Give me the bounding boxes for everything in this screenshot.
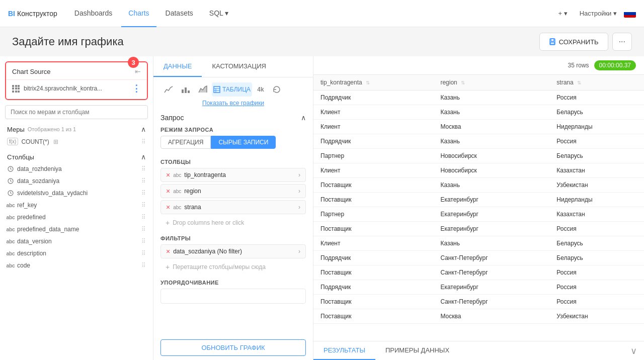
column-item[interactable]: abc code ⠿ [0, 259, 153, 272]
chart-area-icon[interactable] [195, 82, 211, 97]
query-section: Запрос ∧ [153, 110, 313, 124]
col-drag: ⠿ [141, 214, 146, 221]
col-type-icon: abc [7, 215, 14, 220]
cell-strana: Россия [549, 134, 644, 149]
table-row: Клиент Новосибирск Казахстан [313, 163, 644, 178]
col-type-icon: abc [7, 239, 14, 244]
tab-data[interactable]: ДАННЫЕ [153, 56, 202, 77]
order-drop-zone[interactable] [160, 289, 306, 304]
language-flag[interactable] [624, 10, 636, 18]
save-label: СОХРАНИТЬ [559, 38, 599, 46]
cell-strana: Беларусь [549, 236, 644, 251]
mode-raw[interactable]: СЫРЫЕ ЗАПИСИ [211, 136, 276, 149]
column-item[interactable]: abc data_version ⠿ [0, 235, 153, 247]
tab-custom[interactable]: КАСТОМИЗАЦИЯ [202, 56, 276, 77]
add-button[interactable]: + ▾ [553, 7, 572, 20]
col-tag-1-type: abc [173, 189, 181, 194]
filter-tag-0-x[interactable]: × [166, 247, 170, 255]
measures-chevron[interactable]: ∧ [141, 125, 146, 133]
order-section: УПОРЯДОЧИВАНИЕ [153, 276, 313, 306]
nav-charts[interactable]: Charts [121, 0, 156, 27]
col-tag-2-x[interactable]: × [166, 203, 170, 211]
cell-region: Новосибирск [433, 149, 549, 163]
col-header-tip-label: tip_kontragenta [320, 79, 362, 86]
search-input[interactable] [5, 105, 148, 119]
col-name: svidetelstvo_data_vydachi [17, 190, 138, 197]
page-header: Задайте имя графика СОХРАНИТЬ ··· [0, 27, 644, 56]
query-modes: АГРЕГАЦИЯ СЫРЫЕ ЗАПИСИ [160, 136, 306, 149]
column-item[interactable]: abc predefined ⠿ [0, 211, 153, 223]
chart-line-icon[interactable] [160, 82, 177, 97]
filter-tag-0[interactable]: × data_sozdaniya (No filter) › [160, 244, 306, 258]
col-type-icon: abc [7, 251, 14, 256]
col-drag: ⠿ [141, 262, 146, 269]
col-drag: ⠿ [141, 177, 146, 185]
col-name: data_sozdaniya [17, 177, 138, 185]
col-tag-2-name: strana [184, 204, 201, 211]
settings-button[interactable]: Настройки ▾ [575, 7, 622, 20]
drop-filters-zone[interactable]: + Перетащите столбцы/меры сюда [160, 260, 306, 274]
filter-tag-0-arrow[interactable]: › [298, 248, 300, 255]
nav-sql[interactable]: SQL ▾ [202, 0, 235, 27]
table-row: Поставщик Екатеринбург Нидерланды [313, 193, 644, 207]
save-button[interactable]: СОХРАНИТЬ [539, 33, 608, 51]
cell-tip: Поставщик [313, 178, 433, 193]
col-tag-1-x[interactable]: × [166, 187, 170, 195]
nav-datasets[interactable]: Datasets [158, 0, 200, 27]
chart-4k-icon[interactable]: 4k [253, 82, 268, 97]
update-btn[interactable]: ОБНОВИТЬ ГРАФИК [160, 339, 306, 356]
left-panel: 3 Chart Source ⇤ [0, 56, 153, 360]
fx-badge: f(x) [7, 138, 18, 145]
columns-chevron[interactable]: ∧ [141, 153, 146, 161]
collapse-icon[interactable]: ⇤ [135, 67, 141, 75]
col-tag-1[interactable]: × abc region › [160, 184, 306, 198]
col-tag-0[interactable]: × abc tip_kontragenta › [160, 168, 306, 182]
chart-table-icon[interactable]: ТАБЛИЦА [212, 82, 252, 97]
col-tag-1-arrow[interactable]: › [298, 188, 300, 195]
nav-dashboards[interactable]: Dashboards [67, 0, 120, 27]
column-item[interactable]: abc ref_key ⠿ [0, 199, 153, 211]
svg-rect-2 [550, 42, 554, 44]
source-name[interactable]: bitrix24.spravochnik_kontra... [12, 85, 102, 93]
table-row: Партнер Новосибирск Беларусь [313, 149, 644, 163]
col-tag-2-arrow[interactable]: › [298, 204, 300, 211]
chart-refresh-icon[interactable] [269, 82, 284, 97]
col-drag: ⠿ [141, 226, 146, 233]
measure-info-icon[interactable]: ⊞ [53, 138, 58, 145]
col-header-tip[interactable]: tip_kontragenta ⇅ [313, 75, 433, 91]
cell-tip: Клиент [313, 236, 433, 251]
cell-tip: Поставщик [313, 295, 433, 309]
col-tag-0-type: abc [173, 172, 181, 178]
sort-icon-tip: ⇅ [366, 80, 370, 85]
column-item[interactable]: data_sozdaniya ⠿ [0, 175, 153, 187]
tab-samples[interactable]: ПРИМЕРЫ ДАННЫХ [375, 341, 459, 360]
query-mode-section: РЕЖИМ ЗАПРОСА АГРЕГАЦИЯ СЫРЫЕ ЗАПИСИ [153, 124, 313, 157]
column-item[interactable]: abc predefined_data_name ⠿ [0, 223, 153, 235]
svg-rect-7 [185, 87, 187, 93]
more-options-button[interactable]: ··· [612, 33, 632, 51]
col-tag-0-x[interactable]: × [166, 171, 170, 179]
column-item[interactable]: data_rozhdeniya ⠿ [0, 163, 153, 175]
column-item[interactable]: svidetelstvo_data_vydachi ⠿ [0, 187, 153, 199]
cell-region: Новосибирск [433, 163, 549, 178]
drop-columns-label: Drop columns here or click [173, 219, 244, 226]
filter-tag-0-name: data_sozdaniya (No filter) [173, 248, 242, 255]
col-header-region[interactable]: region ⇅ [433, 75, 549, 91]
col-tag-2[interactable]: × abc strana › [160, 200, 306, 214]
cell-strana: Нидерланды [549, 193, 644, 207]
query-chevron[interactable]: ∧ [301, 114, 306, 122]
chart-bar-icon[interactable] [178, 82, 194, 97]
mode-aggregation[interactable]: АГРЕГАЦИЯ [160, 136, 211, 149]
source-more-icon[interactable]: ⋮ [132, 83, 141, 94]
brand-bi: BI [8, 10, 15, 18]
column-item[interactable]: abc description ⠿ [0, 247, 153, 259]
table-row: Поставщик Москва Узбекистан [313, 309, 644, 324]
brand[interactable]: BI Конструктор [8, 10, 57, 18]
drop-columns-zone[interactable]: + Drop columns here or click [160, 216, 306, 229]
col-tag-0-arrow[interactable]: › [298, 171, 300, 178]
show-all-charts[interactable]: Показать все графики [153, 99, 313, 108]
measures-title: Меры [7, 126, 25, 133]
tab-results[interactable]: РЕЗУЛЬТАТЫ [313, 341, 375, 360]
scroll-down-icon[interactable]: ∨ [623, 345, 644, 356]
col-header-strana[interactable]: strana ⇅ [549, 75, 644, 91]
